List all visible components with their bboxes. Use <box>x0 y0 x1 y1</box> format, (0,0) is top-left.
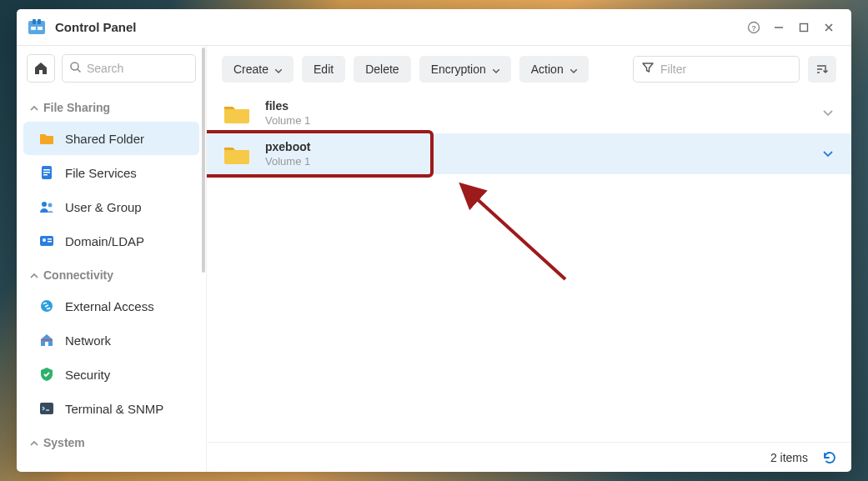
caret-down-icon <box>493 63 499 76</box>
edit-button[interactable]: Edit <box>302 56 345 83</box>
refresh-button[interactable] <box>820 448 840 468</box>
card-blue-icon <box>38 233 55 249</box>
terminal-dark-icon <box>38 400 55 417</box>
maximize-button[interactable] <box>791 15 816 40</box>
doc-blue-icon <box>38 164 55 181</box>
search-box[interactable] <box>62 54 196 83</box>
sidebar-scrollbar[interactable] <box>201 46 206 472</box>
sidebar-scroll-thumb[interactable] <box>202 48 205 273</box>
sidebar-item-label: Security <box>65 368 110 382</box>
chevron-down-icon[interactable] <box>820 105 836 122</box>
sidebar-item-file-services[interactable]: File Services <box>23 156 199 189</box>
svg-point-20 <box>43 238 46 242</box>
sidebar-nav: File SharingShared FolderFile ServicesUs… <box>17 91 206 464</box>
svg-rect-3 <box>31 27 36 30</box>
encryption-label: Encryption <box>431 63 486 76</box>
folder-info: filesVolume 1 <box>265 99 806 127</box>
people-blue-icon <box>38 198 55 215</box>
window-title: Control Panel <box>55 20 741 34</box>
filter-icon <box>642 62 654 77</box>
item-count: 2 items <box>770 451 808 464</box>
sidebar-item-label: File Services <box>65 166 137 180</box>
edit-label: Edit <box>314 63 334 76</box>
svg-point-18 <box>48 203 53 208</box>
sidebar-item-network[interactable]: Network <box>23 323 199 357</box>
svg-rect-16 <box>43 174 48 176</box>
search-input[interactable] <box>87 62 188 75</box>
house-blue-icon <box>38 332 55 348</box>
main-panel: Create Edit Delete Encryption Action <box>207 46 851 472</box>
sidebar-item-terminal-snmp[interactable]: Terminal & SNMP <box>23 392 199 425</box>
app-icon <box>27 18 47 38</box>
nav-group-header[interactable]: System <box>17 426 206 456</box>
control-panel-window: Control Panel ? <box>17 9 851 472</box>
action-button[interactable]: Action <box>519 56 589 83</box>
nav-group-label: System <box>43 436 85 449</box>
sidebar-item-security[interactable]: Security <box>23 358 199 391</box>
svg-line-12 <box>78 69 81 73</box>
folder-name: files <box>265 99 806 113</box>
shield-green-icon <box>38 366 55 383</box>
folder-volume: Volume 1 <box>265 114 806 127</box>
chevron-down-icon[interactable] <box>820 146 836 163</box>
svg-rect-8 <box>800 23 808 31</box>
sidebar-item-label: Domain/LDAP <box>65 234 144 248</box>
sidebar-item-label: User & Group <box>65 200 142 214</box>
sidebar-item-domain-ldap[interactable]: Domain/LDAP <box>23 224 199 258</box>
svg-rect-25 <box>40 403 53 414</box>
caret-down-icon <box>570 63 577 76</box>
nav-group-header[interactable]: Connectivity <box>17 258 206 288</box>
sort-button[interactable] <box>808 56 836 83</box>
svg-point-17 <box>42 202 47 207</box>
delete-label: Delete <box>365 63 399 76</box>
nav-group-label: Connectivity <box>43 268 113 282</box>
sidebar-item-shared-folder[interactable]: Shared Folder <box>23 122 199 155</box>
sidebar-item-label: External Access <box>65 299 154 313</box>
home-button[interactable] <box>27 54 55 83</box>
svg-point-11 <box>71 63 78 70</box>
svg-rect-14 <box>43 169 50 171</box>
folder-row[interactable]: filesVolume 1 <box>207 93 851 133</box>
nav-group-label: File Sharing <box>43 101 110 114</box>
svg-rect-21 <box>48 238 52 240</box>
link-blue-icon <box>38 298 55 314</box>
folder-list: filesVolume 1pxebootVolume 1 <box>207 93 851 442</box>
sidebar-item-label: Shared Folder <box>65 132 144 146</box>
filter-input[interactable] <box>660 63 790 76</box>
minimize-button[interactable] <box>766 15 791 40</box>
nav-group-header[interactable]: File Sharing <box>17 91 206 121</box>
folder-icon <box>222 101 252 126</box>
sidebar-item-user-group[interactable]: User & Group <box>23 190 199 223</box>
annotation-highlight <box>207 130 434 178</box>
create-button[interactable]: Create <box>222 56 294 83</box>
chevron-up-icon <box>30 436 38 449</box>
help-button[interactable]: ? <box>741 15 766 40</box>
svg-rect-2 <box>38 19 41 24</box>
sidebar: File SharingShared FolderFile ServicesUs… <box>17 46 207 472</box>
toolbar: Create Edit Delete Encryption Action <box>207 46 851 93</box>
sidebar-item-label: Terminal & SNMP <box>65 402 163 416</box>
svg-rect-24 <box>41 339 53 341</box>
sidebar-item-external-access[interactable]: External Access <box>23 289 199 323</box>
delete-button[interactable]: Delete <box>354 56 410 83</box>
chevron-up-icon <box>30 101 38 114</box>
close-button[interactable] <box>816 15 841 40</box>
caret-down-icon <box>275 63 282 76</box>
filter-box[interactable] <box>633 56 800 83</box>
chevron-up-icon <box>30 268 38 282</box>
status-bar: 2 items <box>207 442 851 472</box>
titlebar: Control Panel ? <box>17 9 851 46</box>
sidebar-item-label: Network <box>65 333 111 348</box>
svg-rect-22 <box>48 241 52 243</box>
action-label: Action <box>531 63 564 76</box>
svg-rect-1 <box>33 19 36 24</box>
svg-rect-15 <box>43 172 50 173</box>
folder-orange-icon <box>38 130 55 147</box>
svg-rect-4 <box>38 27 43 30</box>
svg-text:?: ? <box>751 23 756 32</box>
create-label: Create <box>233 63 268 76</box>
encryption-button[interactable]: Encryption <box>419 56 511 83</box>
search-icon <box>69 61 82 77</box>
